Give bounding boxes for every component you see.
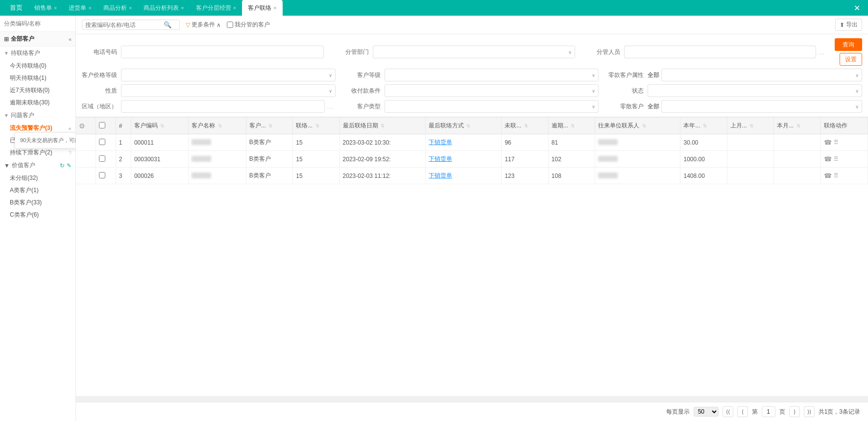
per-page-select[interactable]: 50 20 100 xyxy=(694,407,719,417)
customer-level-select[interactable]: ∨ xyxy=(385,69,599,81)
window-close-button[interactable]: ✕ xyxy=(850,3,864,13)
sidebar-item-ungroup[interactable]: 未分组(32) xyxy=(0,172,75,184)
tab-customer-tier[interactable]: 客户分层经营 × xyxy=(190,0,242,16)
type-sort-icon[interactable]: ⇅ xyxy=(268,123,272,128)
row-select-checkbox[interactable] xyxy=(99,139,105,145)
first-page-btn[interactable]: ⟨⟨ xyxy=(723,406,733,417)
action-more-icon[interactable]: ⠿ xyxy=(834,172,839,179)
row-name xyxy=(189,151,246,168)
action-phone-icon[interactable]: ☎ xyxy=(824,139,832,146)
person-input[interactable] xyxy=(624,46,816,58)
tab-home[interactable]: 首页 xyxy=(4,0,28,16)
row-last-method[interactable]: 下销货单 xyxy=(426,134,502,151)
next-page-btn[interactable]: ⟩ xyxy=(789,406,800,417)
status-select[interactable]: ∨ xyxy=(648,84,862,97)
last-date-sort-icon[interactable]: ⇅ xyxy=(381,123,385,128)
horizontal-scrollbar[interactable] xyxy=(76,396,868,402)
more-filter-btn[interactable]: ▽ 更多条件 ∧ xyxy=(184,20,223,30)
tab-analysis[interactable]: 商品分析 × xyxy=(97,0,138,16)
name-sort-icon[interactable]: ⇅ xyxy=(218,123,222,128)
dept-select[interactable]: ∨ xyxy=(373,46,576,58)
search-input[interactable] xyxy=(85,22,164,28)
column-settings-icon[interactable]: ⚙ xyxy=(79,122,85,130)
row-select-checkbox[interactable] xyxy=(99,172,105,178)
price-level-select[interactable]: ∨ xyxy=(121,69,336,81)
zero-attr-select[interactable]: ∨ xyxy=(661,69,862,81)
decline-help-icon[interactable]: ? xyxy=(69,150,72,156)
sidebar-item-week[interactable]: 近7天待联络(0) xyxy=(0,84,75,97)
zero-customer-select[interactable]: ∨ xyxy=(661,100,862,113)
close-analysis-tab[interactable]: × xyxy=(129,0,132,16)
table-row: 3 000026 B类客户 15 2023-02-03 11:12: 下销货单 … xyxy=(76,168,868,184)
tab-customer-link[interactable]: 客户联络 × xyxy=(242,0,282,16)
close-customer-tier-tab[interactable]: × xyxy=(233,0,236,16)
close-sales-tab[interactable]: × xyxy=(54,0,57,16)
row-last-method[interactable]: 下销货单 xyxy=(426,168,502,184)
refresh-icon[interactable]: ↻ xyxy=(60,162,65,169)
uncontacted-sort-icon[interactable]: ⇅ xyxy=(524,123,528,128)
sidebar-section-pending[interactable]: ▼ 待联络客户 xyxy=(0,47,75,60)
settings-btn[interactable]: 设置 xyxy=(840,53,862,66)
contact-sort-icon[interactable]: ⇅ xyxy=(315,123,319,128)
th-this-year: 本年... ⇅ xyxy=(680,118,727,134)
sidebar-item-a-class[interactable]: A类客户(1) xyxy=(0,184,75,197)
payment-label: 收付款条件 xyxy=(345,87,385,95)
tab-sales[interactable]: 销售单 × xyxy=(28,0,63,16)
value-arrow-icon: ▼ xyxy=(4,162,10,169)
sidebar-item-tomorrow[interactable]: 明天待联络(1) xyxy=(0,72,75,84)
warning-help-icon[interactable]: ● xyxy=(68,125,72,131)
last-month-sort-icon[interactable]: ⇅ xyxy=(749,123,753,128)
code-sort-icon[interactable]: ⇅ xyxy=(160,123,164,128)
action-more-icon[interactable]: ⠿ xyxy=(834,155,839,163)
customer-type-label: 客户类型 xyxy=(345,102,385,111)
edit-icon[interactable]: ✎ xyxy=(67,162,72,169)
content-area: 🔍 ▽ 更多条件 ∧ 我分管的客户 ⬆ 导出 电话号码 xyxy=(76,16,868,421)
action-more-icon[interactable]: ⠿ xyxy=(834,139,839,146)
sidebar-search-input[interactable] xyxy=(4,20,76,27)
sidebar-collapse-btn[interactable]: « xyxy=(69,36,72,42)
sidebar-section-value[interactable]: ▼ 价值客户 ↻ ✎ xyxy=(0,159,75,172)
row-last-method[interactable]: 下销货单 xyxy=(426,151,502,168)
payment-select[interactable]: ∨ xyxy=(385,84,599,97)
export-btn[interactable]: ⬆ 导出 xyxy=(835,19,862,31)
close-customer-link-tab[interactable]: × xyxy=(273,0,276,16)
zero-attr-label: 零款客户属性 xyxy=(608,71,648,79)
phone-input[interactable] xyxy=(121,46,324,58)
overdue-sort-icon[interactable]: ⇅ xyxy=(571,123,575,128)
close-purchase-tab[interactable]: × xyxy=(88,0,91,16)
action-phone-icon[interactable]: ☎ xyxy=(824,172,832,179)
prev-page-btn[interactable]: ⟨ xyxy=(737,406,748,417)
person-dots-icon[interactable]: … xyxy=(816,48,827,56)
last-page-btn[interactable]: ⟩⟩ xyxy=(804,406,815,417)
top-tabbar: 首页 销售单 × 进货单 × 商品分析 × 商品分析列表 × 客户分层经营 × … xyxy=(0,0,868,16)
action-phone-icon[interactable]: ☎ xyxy=(824,155,832,163)
page-input[interactable] xyxy=(762,406,775,417)
tab-analysis-list[interactable]: 商品分析列表 × xyxy=(138,0,190,16)
sidebar-section-problem[interactable]: ▼ 问题客户 90天未交易的客户，可能有流失风险。 xyxy=(0,109,75,122)
contact-person-sort-icon[interactable]: ⇅ xyxy=(642,123,646,128)
row-this-month xyxy=(774,168,820,184)
tab-purchase[interactable]: 进货单 × xyxy=(63,0,97,16)
my-customer-checkbox[interactable] xyxy=(227,22,233,28)
row-last-month xyxy=(727,168,773,184)
all-customers-header[interactable]: ⊞ 全部客户 « xyxy=(0,32,75,47)
query-btn[interactable]: 查询 xyxy=(835,38,862,51)
gender-select[interactable]: ∨ xyxy=(121,84,336,97)
toolbar: 🔍 ▽ 更多条件 ∧ 我分管的客户 ⬆ 导出 xyxy=(76,16,868,34)
close-analysis-list-tab[interactable]: × xyxy=(181,0,184,16)
this-year-sort-icon[interactable]: ⇅ xyxy=(703,123,707,128)
region-input[interactable] xyxy=(121,100,325,113)
select-all-checkbox[interactable] xyxy=(99,122,105,128)
toolbar-search-icon[interactable]: 🔍 xyxy=(164,21,171,28)
sidebar-item-b-class[interactable]: B类客户(33) xyxy=(0,197,75,209)
total-label: 共1页，3条记录 xyxy=(819,408,860,416)
sidebar-item-overdue[interactable]: 逾期未联络(30) xyxy=(0,97,75,109)
row-select-checkbox[interactable] xyxy=(99,155,105,162)
sidebar-item-c-class[interactable]: C类客户(6) xyxy=(0,209,75,221)
sidebar-item-today[interactable]: 今天待联络(0) xyxy=(0,60,75,72)
per-page-label: 每页显示 xyxy=(666,408,690,416)
customer-type-select[interactable]: ∨ xyxy=(385,100,599,113)
region-dots-icon[interactable]: … xyxy=(325,102,336,110)
this-month-sort-icon[interactable]: ⇅ xyxy=(796,123,800,128)
last-method-sort-icon[interactable]: ⇅ xyxy=(466,123,470,128)
